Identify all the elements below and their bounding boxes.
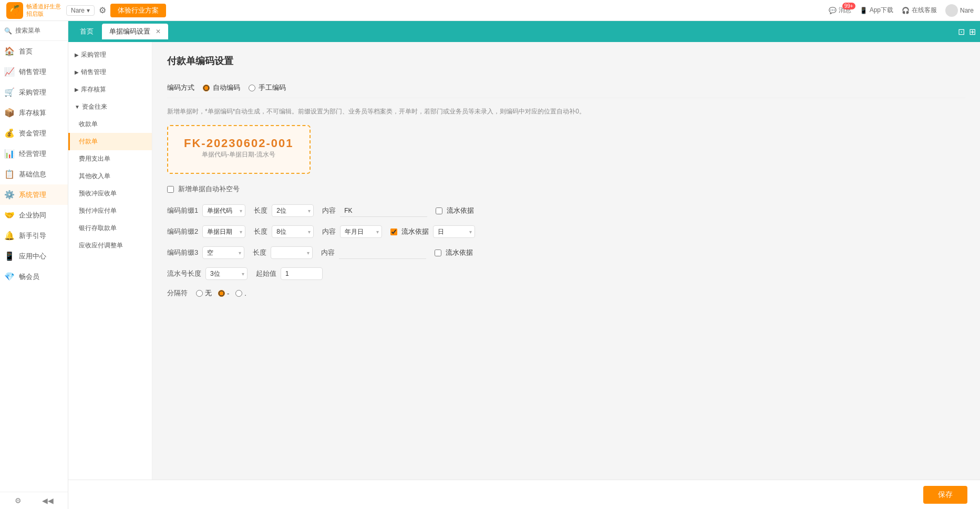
cta-button[interactable]: 体验行业方案 [110, 4, 166, 17]
manual-code-radio[interactable] [249, 85, 255, 91]
arrow-right-icon2: ▶ [75, 69, 79, 75]
tab-close-icon[interactable]: ✕ [156, 28, 161, 35]
info-text: 新增单据时，*单据编码*自动生成，不可编辑。前缀设置为部门、业务员等档案类，开单… [167, 107, 965, 117]
sidebar-item-enterprise[interactable]: 🤝 企业协同 [0, 205, 68, 225]
sidebar-item-app-center[interactable]: 📱 应用中心 [0, 246, 68, 266]
group-sales-title[interactable]: ▶ 销售管理 [68, 64, 152, 81]
user-avatar[interactable]: Nare [945, 4, 974, 17]
sidebar-item-system[interactable]: ⚙️ 系统管理 [0, 184, 68, 205]
basic-info-icon: 📋 [4, 169, 15, 179]
save-button[interactable]: 保存 [923, 486, 967, 504]
content-area: 首页 单据编码设置 ✕ ⊡ ⊞ ▶ 采购管理 [68, 21, 980, 509]
prefix2-item: 编码前缀2 单据日期 [167, 225, 245, 238]
serial-length-select[interactable]: 3位 [205, 267, 247, 280]
sidebar-bottom: ⚙ ◀◀ [0, 492, 68, 509]
group-inventory-title[interactable]: ▶ 库存核算 [68, 81, 152, 98]
group-funds-title[interactable]: ▼ 资金往来 [68, 98, 152, 116]
serial3-item: 流水依据 [435, 248, 473, 257]
serial-length-item: 流水号长度 3位 [167, 267, 247, 280]
member-icon: 💎 [4, 272, 15, 282]
arrow-right-icon3: ▶ [75, 87, 79, 92]
sep-none-option[interactable]: 无 [196, 288, 212, 298]
enterprise-icon: 🤝 [4, 210, 15, 220]
sidebar-item-sales[interactable]: 📈 销售管理 [0, 61, 68, 82]
content2-select[interactable]: 年月日 [340, 225, 382, 238]
settings-icon[interactable]: ⚙ [99, 5, 106, 15]
group-purchase: ▶ 采购管理 [68, 46, 152, 64]
item-other-income[interactable]: 其他收入单 [68, 168, 152, 185]
start-value-input[interactable] [281, 267, 323, 280]
sidebar-item-home[interactable]: 🏠 首页 [0, 41, 68, 61]
search-sidebar-button[interactable]: 🔍 搜索菜单 [0, 21, 68, 41]
message-icon: 💬 [829, 7, 837, 14]
minimize-icon[interactable]: ⊡ [958, 27, 965, 37]
code-preview-sublabel: 单据代码-单据日期-流水号 [184, 150, 294, 159]
item-prepay-payable[interactable]: 预付冲应付单 [68, 202, 152, 220]
top-bar: 🍊 畅通道好生意 招启版 Nare ▾ ⚙ 体验行业方案 💬 消息 99+ 📱 … [0, 0, 980, 21]
item-receipt[interactable]: 收款单 [68, 116, 152, 133]
collapse-icon[interactable]: ◀◀ [42, 496, 54, 505]
code-preview: FK-20230602-001 单据代码-单据日期-流水号 [167, 125, 311, 174]
sep-dot-radio[interactable] [235, 290, 242, 297]
item-prepay-receivable[interactable]: 预收冲应收单 [68, 185, 152, 202]
sep-dash-radio[interactable] [218, 290, 225, 297]
message-button[interactable]: 💬 消息 99+ [829, 6, 851, 15]
app-download-button[interactable]: 📱 App下载 [860, 6, 893, 15]
serial1-checkbox[interactable] [436, 207, 442, 214]
settings-bottom-icon[interactable]: ⚙ [15, 496, 22, 505]
sep-none-radio[interactable] [196, 290, 203, 297]
length2-select[interactable]: 8位 [272, 225, 314, 238]
arrow-right-icon: ▶ [75, 52, 79, 58]
separator-row: 分隔符 无 - . [167, 288, 965, 298]
item-payment[interactable]: 付款单 [68, 133, 152, 150]
item-expense[interactable]: 费用支出单 [68, 150, 152, 168]
item-bank[interactable]: 银行存取款单 [68, 220, 152, 237]
sidebar-item-inventory[interactable]: 📦 库存核算 [0, 102, 68, 123]
main-layout: 🔍 搜索菜单 🏠 首页 📈 销售管理 🛒 采购管理 📦 库存核算 💰 资金管理 … [0, 21, 980, 509]
sidebar-item-operations[interactable]: 📊 经营管理 [0, 143, 68, 164]
content1-item: 内容 [322, 205, 427, 217]
prefix1-select-wrapper: 单据代码 [202, 204, 245, 217]
page-title: 付款单编码设置 [167, 55, 965, 67]
sidebar-item-purchase[interactable]: 🛒 采购管理 [0, 82, 68, 102]
serial2-item: 流水依据 日 [390, 225, 475, 238]
sidebar-item-basic-info[interactable]: 📋 基础信息 [0, 164, 68, 184]
maximize-icon[interactable]: ⊞ [969, 27, 976, 37]
tab-encoding-settings[interactable]: 单据编码设置 ✕ [102, 24, 168, 39]
nav-dropdown[interactable]: Nare ▾ [66, 5, 95, 16]
logo: 🍊 畅通道好生意 招启版 [6, 2, 61, 19]
serial-row: 流水号长度 3位 起始值 [167, 267, 965, 280]
length3-item: 长度 [253, 246, 313, 259]
prefix2-select[interactable]: 单据日期 [202, 225, 245, 238]
sidebar-item-member[interactable]: 💎 畅会员 [0, 266, 68, 287]
group-purchase-title[interactable]: ▶ 采购管理 [68, 46, 152, 64]
serial2-checkbox[interactable] [390, 228, 397, 235]
auto-code-option[interactable]: 自动编码 [203, 83, 240, 92]
start-value-item: 起始值 [256, 267, 323, 280]
item-adjust[interactable]: 应收应付调整单 [68, 237, 152, 254]
bottom-bar: 保存 [68, 480, 980, 509]
prefix1-select[interactable]: 单据代码 [202, 204, 245, 217]
auto-code-radio[interactable] [203, 85, 210, 91]
sep-dot-option[interactable]: . [235, 289, 246, 297]
logo-text: 畅通道好生意 招启版 [26, 3, 61, 17]
online-service-button[interactable]: 🎧 在线客服 [902, 6, 937, 15]
code-preview-value: FK-20230602-001 [184, 137, 294, 150]
tab-home[interactable]: 首页 [73, 24, 101, 39]
serial2-unit-select[interactable]: 日 [433, 225, 475, 238]
top-bar-nav: Nare ▾ ⚙ 体验行业方案 [66, 4, 166, 17]
sidebar-item-guide[interactable]: 🔔 新手引导 [0, 225, 68, 246]
manual-code-option[interactable]: 手工编码 [249, 83, 286, 92]
length3-select[interactable] [271, 246, 313, 259]
operations-icon: 📊 [4, 149, 15, 159]
sidebar-item-finance[interactable]: 💰 资金管理 [0, 123, 68, 143]
prefix3-select[interactable]: 空 [202, 246, 244, 259]
serial3-checkbox[interactable] [435, 250, 441, 256]
length1-select[interactable]: 2位 [272, 204, 314, 217]
chevron-down-icon: ▾ [87, 7, 90, 14]
sep-dash-option[interactable]: - [218, 289, 229, 297]
group-sales: ▶ 销售管理 [68, 64, 152, 81]
prefix1-row: 编码前缀1 单据代码 长度 2位 [167, 204, 965, 217]
auto-fill-checkbox[interactable] [167, 186, 174, 193]
content2-select-wrapper: 年月日 [340, 225, 382, 238]
